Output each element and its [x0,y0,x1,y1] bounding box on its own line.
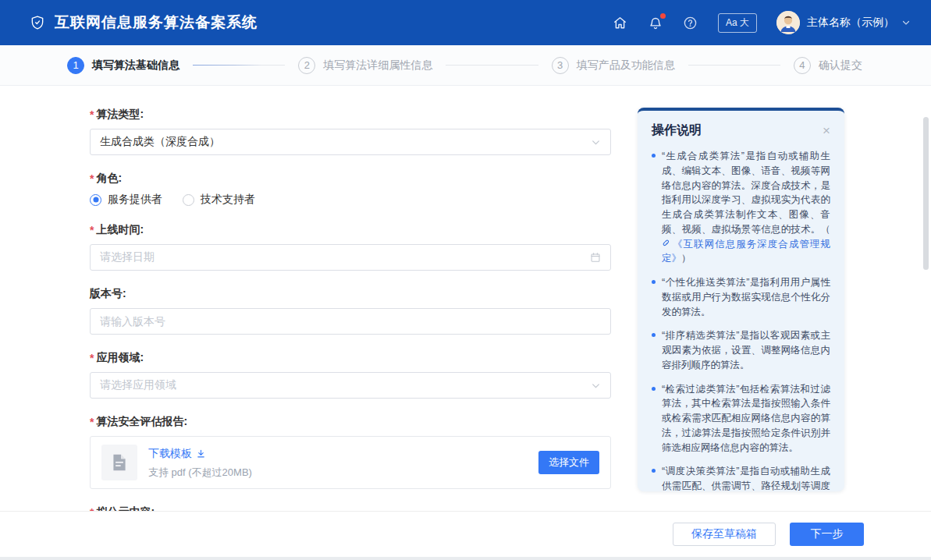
user-name: 主体名称（示例） [807,16,894,30]
step-connector [193,65,285,66]
help-panel-title: 操作说明 [652,122,702,139]
security-report-label: * 算法安全评估报告: [90,415,611,429]
algorithm-type-value: 生成合成类（深度合成） [100,135,220,149]
field-launch-date: * 上线时间: 请选择日期 [90,223,611,271]
help-item-text: “生成合成类算法”是指自动或辅助生成、编辑文本、图像、语音、视频等网络信息内容的… [662,151,830,235]
radio-service-provider[interactable]: 服务提供者 [90,193,162,207]
top-bar-actions: Aa 大 主体名称（示例） [613,11,911,34]
font-size-toggle[interactable]: Aa 大 [718,13,757,33]
notifications-bell-icon[interactable] [648,15,663,30]
field-public-content: * 拟公示内容: 下载模板 支持 pdf [90,505,611,511]
shield-logo-icon [30,15,45,30]
field-role: * 角色: 服务提供者 技术支持者 [90,172,611,207]
step-3-number: 3 [552,57,569,74]
user-menu[interactable]: 主体名称（示例） [776,11,911,34]
role-label: * 角色: [90,172,611,186]
radio-dot-icon [183,194,194,206]
step-connector [688,65,780,66]
help-item-text: “个性化推送类算法”是指利用用户属性数据或用户行为数据实现信息个性化分发的算法。 [662,277,830,317]
link-icon [663,239,671,248]
required-asterisk: * [90,352,94,364]
help-item-text: “检索过滤类算法”包括检索算法和过滤算法，其中检索算法是指按照输入条件或检索需求… [662,384,830,453]
field-security-report: * 算法安全评估报告: 下载模板 支持 [90,415,611,489]
radio-dot-icon [90,194,101,206]
chevron-down-icon [591,381,601,391]
security-report-upload: 下载模板 支持 pdf (不超过20MB) 选择文件 [90,436,611,489]
step-4-number: 4 [794,57,811,74]
step-3-product-info[interactable]: 3 填写产品及功能信息 [552,57,675,74]
launch-date-placeholder: 请选择日期 [100,250,155,264]
field-version: 版本号: [90,287,611,335]
application-domain-placeholder: 请选择应用领域 [100,378,176,392]
step-4-label: 确认提交 [819,58,862,73]
public-content-label: * 拟公示内容: [90,505,611,511]
radio-label: 技术支持者 [201,193,255,207]
download-icon [196,448,206,459]
step-connector [446,65,538,66]
chevron-down-icon [901,18,911,27]
help-list: “生成合成类算法”是指自动或辅助生成、编辑文本、图像、语音、视频等网络信息内容的… [652,149,830,491]
step-2-number: 2 [298,57,315,74]
security-report-choose-file-button[interactable]: 选择文件 [538,451,599,474]
step-1-number: 1 [67,57,84,74]
help-item-scheduling-decision: “调度决策类算法”是指自动或辅助生成供需匹配、供需调节、路径规划等调度决策结果，… [652,464,830,491]
help-item-ranking-selection: “排序精选类算法”是指以客观因素或主观因素为依据，设置、调整网络信息内容排列顺序… [652,328,830,372]
algorithm-type-label: * 算法类型: [90,108,611,122]
filing-form: * 算法类型: 生成合成类（深度合成） * 角色: 服务提供者 [90,108,611,511]
step-1-label: 填写算法基础信息 [92,58,179,73]
step-2-detail-info[interactable]: 2 填写算法详细属性信息 [298,57,432,74]
notification-dot [660,13,666,19]
required-asterisk: * [90,416,94,428]
version-input[interactable] [90,308,611,335]
help-item-search-filter: “检索过滤类算法”包括检索算法和过滤算法，其中检索算法是指按照输入条件或检索需求… [652,382,830,455]
step-3-label: 填写产品及功能信息 [577,58,675,73]
application-domain-select[interactable]: 请选择应用领域 [90,372,611,399]
help-item-text: “调度决策类算法”是指自动或辅助生成供需匹配、供需调节、路径规划等调度决策结果，… [662,466,830,491]
footer-action-bar: 保存至草稿箱 下一步 [0,511,931,560]
field-application-domain: * 应用领域: 请选择应用领域 [90,351,611,399]
help-panel-header: 操作说明 × [652,122,830,139]
required-asterisk: * [90,224,94,236]
main-content: * 算法类型: 生成合成类（深度合成） * 角色: 服务提供者 [0,87,931,511]
steps-bar: 1 填写算法基础信息 2 填写算法详细属性信息 3 填写产品及功能信息 4 确认… [0,45,931,86]
step-1-basic-info[interactable]: 1 填写算法基础信息 [67,57,179,74]
radio-tech-supporter[interactable]: 技术支持者 [183,193,255,207]
top-bar: 互联网信息服务算法备案系统 Aa 大 [0,0,931,45]
help-panel: 操作说明 × “生成合成类算法”是指自动或辅助生成、编辑文本、图像、语音、视频等… [638,108,844,491]
required-asterisk: * [90,108,94,121]
role-radio-group: 服务提供者 技术支持者 [90,193,611,207]
launch-date-label: * 上线时间: [90,223,611,237]
document-icon [101,445,137,480]
close-icon[interactable]: × [823,124,830,137]
required-asterisk: * [90,172,94,185]
radio-label: 服务提供者 [108,193,162,207]
next-step-button[interactable]: 下一步 [790,523,864,546]
step-2-label: 填写算法详细属性信息 [323,58,432,73]
security-report-hint: 支持 pdf (不超过20MB) [148,466,252,480]
app-title: 互联网信息服务算法备案系统 [55,12,258,33]
security-report-template-link[interactable]: 下载模板 [148,447,206,461]
help-item-suffix: ） [681,253,691,264]
help-item-personalized-push: “个性化推送类算法”是指利用用户属性数据或用户行为数据实现信息个性化分发的算法。 [652,275,830,319]
application-domain-label: * 应用领域: [90,351,611,365]
field-algorithm-type: * 算法类型: 生成合成类（深度合成） [90,108,611,155]
help-question-icon[interactable] [683,15,698,30]
help-item-generation-synthesis: “生成合成类算法”是指自动或辅助生成、编辑文本、图像、语音、视频等网络信息内容的… [652,149,830,266]
help-item-text: “排序精选类算法”是指以客观因素或主观因素为依据，设置、调整网络信息内容排列顺序… [662,330,830,370]
launch-date-picker[interactable]: 请选择日期 [90,244,611,271]
brand: 互联网信息服务算法备案系统 [30,12,258,33]
step-4-confirm-submit[interactable]: 4 确认提交 [794,57,862,74]
upload-text: 下载模板 支持 pdf (不超过20MB) [148,446,252,480]
calendar-icon [590,252,601,263]
chevron-down-icon [591,137,601,147]
algorithm-type-select[interactable]: 生成合成类（深度合成） [90,129,611,155]
version-label: 版本号: [90,287,611,301]
avatar [776,11,800,34]
save-draft-button[interactable]: 保存至草稿箱 [673,523,776,546]
home-icon[interactable] [613,15,628,30]
page-scrollbar-thumb[interactable] [923,117,929,270]
